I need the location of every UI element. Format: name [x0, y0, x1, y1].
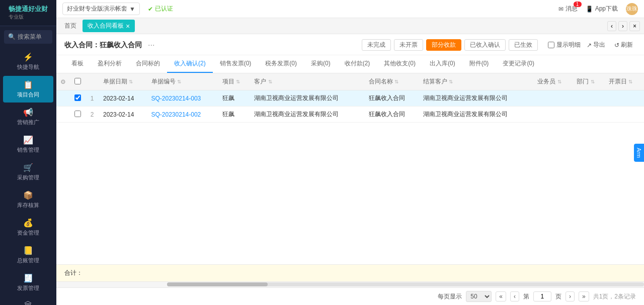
td-num-2: 2	[85, 107, 99, 123]
subtab-income-confirm[interactable]: 收入确认(2)	[167, 55, 213, 73]
chevron-down-icon: ▼	[129, 6, 135, 13]
sidebar-item-quick-nav[interactable]: ⚡ 快捷导航	[3, 48, 53, 75]
sort-icon-dept: ⇅	[591, 79, 595, 84]
avatar: 珠珠	[626, 3, 638, 15]
sort-icon-doc-no: ⇅	[177, 79, 181, 84]
subtab-in-out-storage[interactable]: 出入库(0)	[423, 55, 462, 73]
right-panel-icon[interactable]: Arm	[634, 143, 644, 161]
content-area: 收入合同：狂飙收入合同 ··· 未完成 未开票 部分收款 已收入确认 已生效 显…	[56, 34, 644, 305]
status-partial-received[interactable]: 部分收款	[426, 39, 461, 51]
company-selector[interactable]: 好业财专业版演示帐套 ▼	[62, 3, 140, 15]
status-not-invoiced[interactable]: 未开票	[394, 39, 423, 51]
subtab-board[interactable]: 看板	[64, 55, 91, 73]
export-button[interactable]: ↗ 导出	[584, 40, 608, 50]
th-settlement-customer[interactable]: 结算客户 ⇅	[419, 73, 533, 90]
subtab-attachments[interactable]: 附件(0)	[462, 55, 496, 73]
sidebar-item-sales[interactable]: 📈 销售管理	[3, 131, 53, 158]
table-row[interactable]: 2 2023-02-14 SQ-20230214-002 狂飙 湖南卫视商业运营…	[56, 107, 644, 123]
tab-close-icon[interactable]: ×	[126, 23, 130, 30]
th-contract-name[interactable]: 合同名称 ⇅	[365, 73, 420, 90]
subtab-purchase[interactable]: 采购(0)	[304, 55, 338, 73]
horizontal-scrollbar[interactable]	[56, 281, 644, 287]
app-download-button[interactable]: 📱 App下载	[586, 5, 618, 13]
td-settlement-1: 湖南卫视商业运营发展有限公司	[419, 90, 533, 107]
row-checkbox-2[interactable]	[74, 111, 81, 117]
project-icon: 📋	[23, 80, 33, 89]
scrollbar-thumb[interactable]	[167, 282, 268, 286]
td-gear-2	[56, 107, 70, 123]
th-customer[interactable]: 客户 ⇅	[250, 73, 364, 90]
sort-icon-date: ⇅	[129, 79, 133, 84]
per-page-label: 每页显示	[438, 292, 462, 301]
subtab-profit[interactable]: 盈利分析	[91, 55, 129, 73]
sidebar-item-marketing[interactable]: 📢 营销推广	[3, 104, 53, 130]
doc-no-link-2[interactable]: SQ-20230214-002	[151, 111, 201, 118]
status-uncompleted[interactable]: 未完成	[362, 39, 391, 51]
company-name: 好业财专业版演示帐套	[67, 5, 127, 13]
doc-no-link-1[interactable]: SQ-20230214-003	[151, 95, 201, 102]
sidebar-search-area: 🔍 搜索菜单	[0, 26, 56, 48]
message-badge: 1	[574, 2, 582, 7]
sidebar-item-purchase[interactable]: 🛒 采购管理	[3, 159, 53, 185]
table-header-row: ⚙ 单据日期 ⇅ 单据编号 ⇅	[56, 73, 644, 90]
subtab-payment[interactable]: 收付款(2)	[338, 55, 377, 73]
sidebar-item-tax[interactable]: 🏛 税务管理	[3, 297, 53, 305]
prev-page-button[interactable]: ‹	[510, 291, 519, 301]
search-menu-button[interactable]: 🔍 搜索菜单	[4, 30, 52, 44]
status-effective[interactable]: 已生效	[509, 39, 538, 51]
last-page-button[interactable]: »	[579, 291, 589, 301]
tab-next-button[interactable]: ›	[618, 21, 627, 31]
logo-text: 畅捷通好业财	[9, 5, 48, 14]
contract-more-button[interactable]: ···	[148, 41, 154, 50]
tab-home[interactable]: 首页	[60, 20, 80, 32]
tab-close-button[interactable]: ×	[629, 21, 640, 31]
td-gear-1	[56, 90, 70, 107]
th-doc-no[interactable]: 单据编号 ⇅	[147, 73, 219, 90]
check-circle-icon: ✔	[148, 6, 153, 13]
next-page-button[interactable]: ›	[566, 291, 575, 301]
tab-income-board[interactable]: 收入合同看板 ×	[83, 20, 135, 32]
td-project-1: 狂飙	[218, 90, 250, 107]
inventory-icon: 📦	[23, 190, 33, 200]
row-checkbox-1[interactable]	[74, 94, 81, 101]
sidebar-item-invoice[interactable]: 🧾 发票管理	[3, 269, 53, 296]
subtab-tax-invoice[interactable]: 税务发票(0)	[258, 55, 304, 73]
invoice-icon: 🧾	[23, 273, 33, 283]
th-open-date[interactable]: 开票日 ⇅	[605, 73, 644, 90]
show-detail-checkbox-label[interactable]: 显示明细	[548, 40, 581, 50]
message-button[interactable]: ✉ 消息 1	[558, 5, 578, 13]
th-salesperson[interactable]: 业务员 ⇅	[533, 73, 573, 90]
per-page-select[interactable]: 50 20 100	[466, 291, 492, 302]
sidebar-item-inventory[interactable]: 📦 库存核算	[3, 186, 53, 213]
th-date[interactable]: 单据日期 ⇅	[99, 73, 147, 90]
select-all-checkbox[interactable]	[74, 78, 81, 84]
sidebar-item-project[interactable]: 📋 项目合同	[3, 76, 53, 103]
table-container: ⚙ 单据日期 ⇅ 单据编号 ⇅	[56, 73, 644, 264]
subtab-sales-invoice[interactable]: 销售发票(0)	[213, 55, 259, 73]
search-icon: 🔍	[8, 33, 16, 40]
main-area: 好业财专业版演示帐套 ▼ ✔ 已认证 ✉ 消息 1 📱 App下载 珠珠	[56, 0, 644, 305]
td-contract-1: 狂飙收入合同	[365, 90, 420, 107]
show-detail-checkbox[interactable]	[548, 42, 554, 48]
refresh-button[interactable]: ↺ 刷新	[611, 40, 636, 50]
th-project[interactable]: 项目 ⇅	[218, 73, 250, 90]
th-department[interactable]: 部门 ⇅	[573, 73, 604, 90]
sidebar-item-capital[interactable]: 💰 资金管理	[3, 214, 53, 241]
table-row[interactable]: 1 2023-02-14 SQ-20230214-003 狂飙 湖南卫视商业运营…	[56, 90, 644, 107]
td-check-1	[70, 90, 85, 107]
first-page-button[interactable]: «	[496, 291, 506, 301]
subtab-other-income[interactable]: 其他收支(0)	[377, 55, 423, 73]
sum-label: 合计：	[64, 269, 83, 277]
page-input[interactable]	[533, 291, 551, 301]
td-doc-no-2[interactable]: SQ-20230214-002	[147, 107, 219, 123]
sidebar-item-general[interactable]: 📒 总账管理	[3, 242, 53, 268]
user-avatar[interactable]: 珠珠	[626, 3, 638, 15]
subtab-contracts[interactable]: 合同标的	[129, 55, 167, 73]
table-footer: 合计：	[56, 264, 644, 281]
contract-title: 收入合同：狂飙收入合同	[64, 41, 142, 50]
tab-prev-button[interactable]: ‹	[607, 21, 616, 31]
td-doc-no-1[interactable]: SQ-20230214-003	[147, 90, 219, 107]
status-receipt-confirmed[interactable]: 已收入确认	[464, 39, 506, 51]
settings-icon[interactable]: ⚙	[60, 78, 66, 85]
subtab-change-records[interactable]: 变更记录(0)	[496, 55, 541, 73]
